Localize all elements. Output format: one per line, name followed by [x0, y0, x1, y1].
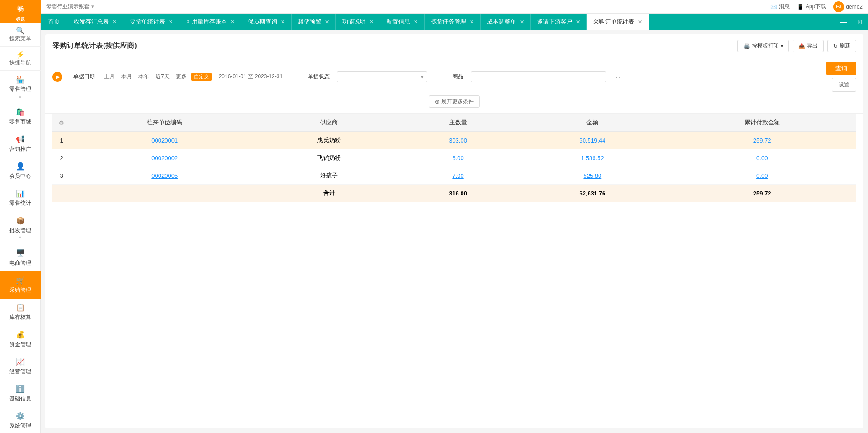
expand-more-btn[interactable]: ⊕ 展开更多条件 [429, 95, 480, 108]
sidebar-item-search[interactable]: 🔍 搜索菜单 [0, 23, 41, 47]
sidebar-item-quicknav[interactable]: ⚡ 快捷导航 [0, 47, 41, 71]
sidebar-item-retail[interactable]: 🏪 零售管理 ▲ [0, 71, 41, 103]
status-select[interactable] [337, 71, 427, 82]
close-purchase-stat-tab[interactable]: ✕ [638, 19, 642, 25]
minimize-btn[interactable]: — [835, 14, 852, 30]
operation-icon: 📈 [16, 357, 25, 366]
export-icon: 📤 [798, 43, 805, 49]
sidebar-item-inventory[interactable]: 📋 库存核算 [0, 299, 41, 326]
logo[interactable]: 畅 标题 [0, 0, 41, 23]
close-cost-tab[interactable]: ✕ [520, 19, 524, 25]
sidebar-item-wholesale[interactable]: 📦 批发管理 ▼ [0, 212, 41, 244]
paid-link-2[interactable]: 0.00 [756, 155, 768, 162]
date-range-display: 2016-01-01 至 2023-12-31 [219, 73, 283, 81]
shortcut-more[interactable]: 更多 [174, 72, 189, 81]
refresh-button[interactable]: ↻ 刷新 [827, 40, 856, 52]
status-label: 单据状态 [308, 73, 330, 81]
amount-link-1[interactable]: 60,519.44 [579, 137, 605, 144]
settings-icon[interactable]: ⚙ [59, 119, 64, 126]
query-btn-group: 查询 设置 [826, 62, 856, 92]
sidebar: 畅 标题 🔍 搜索菜单 ⚡ 快捷导航 🏪 零售管理 ▲ 🛍️ 零售商城 📢 营销… [0, 0, 41, 433]
footer-empty-2 [71, 185, 259, 202]
sidebar-item-retail-mall[interactable]: 🛍️ 零售商城 [0, 103, 41, 130]
sidebar-item-operation[interactable]: 📈 经营管理 [0, 353, 41, 380]
filter-more-row: ⊕ 展开更多条件 [52, 95, 856, 108]
retail-mall-icon: 🛍️ [16, 108, 25, 116]
goods-more-btn[interactable]: ··· [613, 73, 623, 81]
close-available-tab[interactable]: ✕ [231, 19, 235, 25]
user-profile[interactable]: Ea demo2 [833, 1, 863, 12]
close-config-tab[interactable]: ✕ [414, 19, 418, 25]
close-funcguide-tab[interactable]: ✕ [369, 19, 373, 25]
tab-requisition[interactable]: 要货单统计表 ✕ [123, 14, 179, 30]
close-overstock-tab[interactable]: ✕ [325, 19, 329, 25]
marketing-icon: 📢 [16, 135, 25, 143]
message-icon: ✉️ [770, 4, 777, 10]
goods-input[interactable] [471, 71, 606, 82]
code-link-2[interactable]: 00020002 [151, 155, 178, 162]
tab-picking[interactable]: 拣货任务管理 ✕ [425, 14, 481, 30]
close-collection-tab[interactable]: ✕ [113, 19, 117, 25]
tab-cost[interactable]: 成本调整单 ✕ [481, 14, 531, 30]
close-invite-tab[interactable]: ✕ [576, 19, 580, 25]
qty-link-3[interactable]: 7.00 [452, 172, 463, 179]
code-link-3[interactable]: 00020005 [151, 172, 178, 179]
sidebar-item-ecommerce[interactable]: 🖥️ 电商管理 [0, 244, 41, 271]
settings-button[interactable]: 设置 [832, 78, 856, 92]
maximize-btn[interactable]: ⊡ [852, 14, 868, 30]
shortcut-this-year[interactable]: 本年 [137, 72, 151, 81]
filter-toggle[interactable]: ▶ [52, 72, 62, 82]
table-row: 3 00020005 好孩子 7.00 525.80 0.00 [52, 167, 856, 185]
app-download-btn[interactable]: 📱 App下载 [797, 3, 826, 10]
sidebar-item-retail-stat[interactable]: 📊 零售统计 [0, 185, 41, 212]
tab-funcguide[interactable]: 功能说明 ✕ [336, 14, 380, 30]
custom-date-tag[interactable]: 自定义 [191, 73, 212, 81]
page-card: 采购订单统计表(按供应商) 🖨️ 按模板打印 ▾ 📤 导出 ↻ 刷新 [45, 34, 863, 428]
close-requisition-tab[interactable]: ✕ [169, 19, 173, 25]
logo-icon: 畅 [12, 0, 28, 16]
shortcut-this-month[interactable]: 本月 [119, 72, 134, 81]
available-tab-label: 可用量库存账本 [186, 18, 227, 26]
tab-expiry[interactable]: 保质期查询 ✕ [241, 14, 292, 30]
footer-empty-1 [52, 185, 71, 202]
export-button[interactable]: 📤 导出 [793, 40, 824, 52]
sidebar-item-purchase[interactable]: 🛒 采购管理 [0, 271, 41, 299]
industry-selector[interactable]: 母婴行业演示账套 ▾ [46, 3, 94, 10]
tab-overstock[interactable]: 超储预警 ✕ [292, 14, 336, 30]
query-button[interactable]: 查询 [826, 62, 856, 75]
shortcut-last-month[interactable]: 上月 [102, 72, 117, 81]
paid-link-3[interactable]: 0.00 [756, 172, 768, 179]
supplier-1: 惠氏奶粉 [259, 132, 399, 149]
code-link-1[interactable]: 00020001 [151, 137, 178, 144]
invite-tab-label: 邀请下游客户 [537, 18, 572, 26]
tab-collection[interactable]: 收发存汇总表 ✕ [67, 14, 123, 30]
shortcut-7days[interactable]: 近7天 [154, 72, 171, 81]
sidebar-item-marketing[interactable]: 📢 营销推广 [0, 130, 41, 157]
tab-invite[interactable]: 邀请下游客户 ✕ [531, 14, 587, 30]
qty-link-2[interactable]: 6.00 [452, 155, 463, 162]
amount-link-3[interactable]: 525.80 [583, 172, 601, 179]
print-button[interactable]: 🖨️ 按模板打印 ▾ [737, 40, 789, 52]
paid-1: 259.72 [668, 132, 856, 149]
amount-link-2[interactable]: 1,586.52 [581, 155, 604, 162]
close-expiry-tab[interactable]: ✕ [281, 19, 285, 25]
tab-purchase-stat[interactable]: 采购订单统计表 ✕ [587, 14, 649, 30]
tab-home[interactable]: 首页 [41, 14, 67, 30]
message-btn[interactable]: ✉️ 消息 [770, 3, 790, 10]
topbar: 母婴行业演示账套 ▾ ✉️ 消息 📱 App下载 Ea demo2 [41, 0, 868, 14]
avatar: Ea [833, 1, 844, 12]
topbar-right: ✉️ 消息 📱 App下载 Ea demo2 [770, 1, 863, 12]
paid-link-1[interactable]: 259.72 [753, 137, 771, 144]
sidebar-item-system[interactable]: ⚙️ 系统管理 [0, 407, 41, 433]
expand-icon: ⊕ [435, 99, 439, 105]
qty-link-1[interactable]: 303.00 [449, 137, 467, 144]
topbar-left: 母婴行业演示账套 ▾ [46, 3, 94, 10]
home-tab-label: 首页 [48, 18, 60, 26]
tab-config[interactable]: 配置信息 ✕ [380, 14, 425, 30]
print-dropdown-icon: ▾ [781, 43, 783, 48]
tab-available[interactable]: 可用量库存账本 ✕ [179, 14, 241, 30]
close-picking-tab[interactable]: ✕ [470, 19, 474, 25]
sidebar-item-finance[interactable]: 💰 资金管理 [0, 326, 41, 353]
sidebar-item-member[interactable]: 👤 会员中心 [0, 157, 41, 185]
sidebar-item-basic[interactable]: ℹ️ 基础信息 [0, 380, 41, 407]
